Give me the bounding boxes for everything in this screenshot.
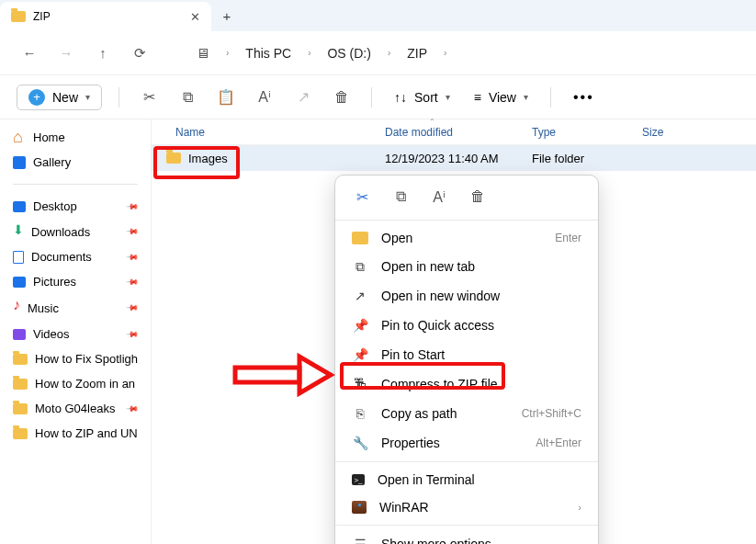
sidebar-desktop[interactable]: Desktop📌 <box>4 194 147 219</box>
terminal-icon: >_ <box>352 474 365 485</box>
delete-icon[interactable]: 🗑 <box>468 187 488 207</box>
sidebar-downloads[interactable]: Downloads📌 <box>4 219 147 244</box>
menu-properties[interactable]: 🔧PropertiesAlt+Enter <box>335 428 598 458</box>
monitor-icon[interactable]: 🖥 <box>189 40 215 66</box>
pin-icon: 📌 <box>126 327 140 341</box>
menu-open[interactable]: OpenEnter <box>335 224 598 252</box>
video-icon <box>13 329 26 340</box>
path-icon: ⎘ <box>352 405 368 422</box>
chevron-down-icon: ▾ <box>524 92 528 102</box>
plus-icon: + <box>28 89 45 106</box>
folder-icon <box>13 354 28 365</box>
separator <box>371 87 372 108</box>
folder-icon <box>13 403 28 414</box>
sidebar: Home Gallery Desktop📌 Downloads📌 Documen… <box>0 119 152 544</box>
menu-pin-quick[interactable]: 📌Pin to Quick access <box>335 311 598 340</box>
cut-icon[interactable]: ✂ <box>136 85 162 110</box>
pin-icon: 📌 <box>126 275 140 289</box>
copy-icon[interactable]: ⧉ <box>390 187 411 207</box>
sidebar-folder[interactable]: How to ZIP and UN <box>4 421 147 446</box>
menu-show-more[interactable]: ☰Show more options <box>335 529 598 544</box>
new-label: New <box>52 90 78 105</box>
view-button[interactable]: ≡ View ▾ <box>468 90 534 105</box>
separator <box>335 461 598 462</box>
col-name[interactable]: Name <box>152 126 381 139</box>
chevron-down-icon: ▾ <box>85 92 90 102</box>
refresh-button[interactable]: ⟳ <box>127 40 152 66</box>
breadcrumb-this-pc[interactable]: This PC <box>240 46 297 61</box>
sidebar-folder[interactable]: How to Fix Spotligh <box>4 346 147 371</box>
menu-compress-zip[interactable]: 🗜Compress to ZIP file <box>335 369 598 399</box>
sort-icon: ↑↓ <box>394 90 407 105</box>
separator <box>118 87 119 108</box>
sidebar-folder[interactable]: How to Zoom in an <box>4 371 147 396</box>
new-button[interactable]: + New ▾ <box>17 85 102 110</box>
file-date: 12/19/2023 11:40 AM <box>381 152 528 165</box>
sidebar-pictures[interactable]: Pictures📌 <box>4 269 147 294</box>
zip-icon: 🗜 <box>352 376 368 392</box>
sidebar-videos[interactable]: Videos📌 <box>4 322 147 346</box>
menu-winrar[interactable]: WinRAR› <box>335 493 598 521</box>
pin-icon: 📌 <box>126 402 140 415</box>
menu-open-new-tab[interactable]: ⧉Open in new tab <box>335 252 598 281</box>
more-button[interactable]: ••• <box>568 89 600 106</box>
music-icon <box>13 300 20 316</box>
sidebar-home[interactable]: Home <box>4 125 147 150</box>
gear-icon: 🔧 <box>352 435 368 451</box>
nav-bar: ← → ↑ ⟳ 🖥 › This PC › OS (D:) › ZIP › <box>0 31 756 75</box>
sidebar-documents[interactable]: Documents📌 <box>4 244 147 269</box>
col-type[interactable]: Type <box>528 126 638 139</box>
pin-icon: 📌 <box>352 346 368 363</box>
pin-icon: 📌 <box>126 225 140 239</box>
file-type: File folder <box>528 152 638 165</box>
share-icon[interactable]: ↗ <box>290 85 316 110</box>
folder-icon <box>166 153 181 164</box>
up-button[interactable]: ↑ <box>90 40 116 66</box>
new-tab-button[interactable]: + <box>211 0 243 31</box>
context-menu: ✂ ⧉ Aⁱ 🗑 OpenEnter ⧉Open in new tab ↗Ope… <box>334 175 599 544</box>
forward-button[interactable]: → <box>53 40 79 66</box>
menu-open-terminal[interactable]: >_Open in Terminal <box>335 466 598 493</box>
pin-icon: 📌 <box>352 317 368 334</box>
context-toolbar: ✂ ⧉ Aⁱ 🗑 <box>335 183 598 216</box>
copy-icon[interactable]: ⧉ <box>175 85 200 110</box>
sort-button[interactable]: ↑↓ Sort ▾ <box>389 90 456 105</box>
title-bar: ZIP ✕ + <box>0 0 756 31</box>
chevron-right-icon: › <box>388 48 390 58</box>
sidebar-gallery[interactable]: Gallery <box>4 150 147 175</box>
sidebar-music[interactable]: Music📌 <box>4 294 147 322</box>
col-size[interactable]: Size <box>638 126 756 139</box>
delete-icon[interactable]: 🗑 <box>329 85 355 110</box>
tab-active[interactable]: ZIP ✕ <box>0 2 211 31</box>
rename-icon[interactable]: Aⁱ <box>429 187 449 207</box>
breadcrumb-zip[interactable]: ZIP <box>401 46 433 61</box>
separator <box>335 220 598 221</box>
back-button[interactable]: ← <box>17 40 42 66</box>
newtab-icon: ⧉ <box>352 258 368 275</box>
tab-title: ZIP <box>33 10 183 23</box>
paste-icon[interactable]: 📋 <box>213 85 239 110</box>
folder-icon <box>11 11 26 22</box>
desktop-icon <box>13 201 26 212</box>
menu-pin-start[interactable]: 📌Pin to Start <box>335 340 598 369</box>
menu-copy-path[interactable]: ⎘Copy as pathCtrl+Shift+C <box>335 399 598 428</box>
download-icon <box>13 224 24 239</box>
toolbar: + New ▾ ✂ ⧉ 📋 Aⁱ ↗ 🗑 ↑↓ Sort ▾ ≡ View ▾ … <box>0 75 756 119</box>
folder-icon <box>352 232 368 244</box>
col-date[interactable]: Date modified <box>381 126 528 139</box>
sort-arrow-icon: ⌃ <box>429 118 435 126</box>
home-icon <box>13 131 26 144</box>
annotation-arrow <box>235 355 333 399</box>
close-tab-icon[interactable]: ✕ <box>190 10 200 24</box>
rename-icon[interactable]: Aⁱ <box>252 85 277 110</box>
column-headers: Name Date modified Type Size <box>152 119 756 145</box>
file-row[interactable]: Images 12/19/2023 11:40 AM File folder <box>152 145 756 171</box>
file-name: Images <box>188 152 228 165</box>
chevron-down-icon: ▾ <box>446 92 450 102</box>
chevron-right-icon: › <box>308 48 310 58</box>
menu-open-new-window[interactable]: ↗Open in new window <box>335 281 598 311</box>
breadcrumb-os[interactable]: OS (D:) <box>322 46 376 61</box>
sidebar-folder[interactable]: Moto G04leaks📌 <box>4 396 147 421</box>
pin-icon: 📌 <box>126 301 140 315</box>
cut-icon[interactable]: ✂ <box>352 187 372 207</box>
